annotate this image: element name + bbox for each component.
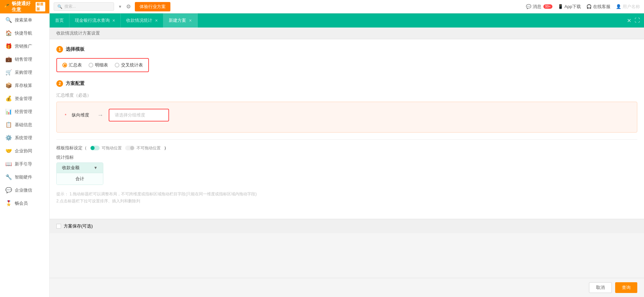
gear-icon: ⚙️ bbox=[5, 135, 12, 141]
topbar-right: 💬 消息 99+ 📱 App下载 🎧 在线客服 👤 用户名称 bbox=[526, 4, 640, 10]
template-options-box: 汇总表 明细表 交叉统计表 bbox=[56, 58, 149, 72]
chart-icon: 📊 bbox=[5, 108, 12, 115]
sidebar-item-label: 快捷导航 bbox=[15, 30, 32, 36]
tip1: 提示： 1.拖动标题栏可以调整布局，不可跨维度或指标区域拖动栏目字段(只能在同一… bbox=[56, 191, 637, 197]
tab-home[interactable]: 首页 bbox=[50, 13, 69, 28]
sidebar-item-member[interactable]: 🎖️ 畅会员 bbox=[0, 197, 49, 210]
tab-close-icon[interactable]: × bbox=[112, 18, 115, 23]
radio-summary-label: 汇总表 bbox=[69, 62, 82, 68]
section2-num: 2 bbox=[56, 80, 63, 87]
sidebar-item-purchase[interactable]: 🛒 采购管理 bbox=[0, 66, 49, 79]
maximize-icon[interactable]: ⛶ bbox=[635, 17, 640, 23]
save-option-bar: 方案保存(可选) bbox=[50, 219, 644, 233]
indicator-dropdown-icon[interactable]: ▼ bbox=[94, 165, 98, 170]
radio-cross-table[interactable]: 交叉统计表 bbox=[115, 62, 143, 68]
tabbar: 首页 现金银行流水查询 × 收款情况统计 × 新建方案 × ✕ ⛶ bbox=[50, 13, 644, 28]
draggable-toggle[interactable]: 可拖动位置 bbox=[90, 145, 122, 151]
sidebar-item-guide[interactable]: 📖 新手引导 bbox=[0, 157, 49, 170]
sidebar-item-hardware[interactable]: 🔧 智能硬件 bbox=[0, 170, 49, 184]
tab-label: 新建方案 bbox=[169, 17, 186, 23]
member-icon: 🎖️ bbox=[5, 200, 12, 206]
sidebar-item-label: 系统管理 bbox=[15, 135, 32, 141]
message-icon: 💬 bbox=[526, 4, 531, 9]
tabbar-controls: ✕ ⛶ bbox=[623, 13, 644, 28]
page-body: 1 选择模板 汇总表 明细表 交叉统计表 bbox=[50, 39, 644, 219]
section-divider bbox=[56, 139, 637, 140]
save-checkbox[interactable] bbox=[56, 224, 61, 229]
tab-label: 收款情况统计 bbox=[126, 17, 152, 23]
tips-section: 提示： 1.拖动标题栏可以调整布局，不可跨维度或指标区域拖动栏目字段(只能在同一… bbox=[56, 191, 637, 204]
sidebar-item-wechat[interactable]: 💬 企业微信 bbox=[0, 184, 49, 197]
sidebar-item-inventory[interactable]: 📦 库存核算 bbox=[0, 79, 49, 92]
cancel-button[interactable]: 取消 bbox=[589, 282, 612, 293]
clipboard-icon: 📋 bbox=[5, 121, 12, 128]
wechat-icon: 💬 bbox=[5, 187, 12, 193]
box-icon: 📦 bbox=[5, 82, 12, 89]
indicator-table-header[interactable]: 收款金额 ▼ bbox=[57, 163, 103, 173]
indicator-settings-label: 模板指标设定（ bbox=[56, 145, 87, 151]
page-content: 收款情况统计方案设置 1 选择模板 汇总表 明细表 bbox=[50, 28, 644, 278]
non-draggable-toggle[interactable]: 不可拖动位置 bbox=[125, 145, 161, 151]
sidebar-item-basic[interactable]: 📋 基础信息 bbox=[0, 118, 49, 131]
section1-title: 1 选择模板 bbox=[56, 46, 637, 53]
tab-close-icon[interactable]: × bbox=[155, 18, 158, 23]
template-section: 1 选择模板 汇总表 明细表 交叉统计表 bbox=[56, 46, 637, 72]
hardware-icon: 🔧 bbox=[5, 174, 12, 180]
sidebar-item-search[interactable]: 🔍 搜索菜单 bbox=[0, 13, 49, 27]
radio-detail-circle bbox=[89, 63, 93, 67]
query-button[interactable]: 查询 bbox=[615, 282, 637, 293]
section2-label: 方案配置 bbox=[66, 81, 85, 87]
download-icon: 📱 bbox=[558, 4, 563, 9]
dimension-selector[interactable]: 请选择分组维度 bbox=[109, 109, 169, 121]
tab-new-plan[interactable]: 新建方案 × bbox=[163, 13, 197, 28]
handshake-icon: 🤝 bbox=[5, 148, 12, 154]
sidebar-item-finance[interactable]: 💰 资金管理 bbox=[0, 92, 49, 105]
app-logo: 🍊 畅捷通好生意 标准版 bbox=[0, 0, 49, 13]
radio-detail-label: 明细表 bbox=[95, 62, 108, 68]
indicator-table-cell: 合计 bbox=[57, 173, 103, 185]
sidebar-item-label: 新手引导 bbox=[15, 161, 32, 167]
settings-icon[interactable]: ⚙ bbox=[126, 3, 131, 10]
indicator-paren-close: ） bbox=[164, 145, 168, 151]
sidebar-item-label: 资金管理 bbox=[15, 96, 32, 102]
gift-icon: 🎁 bbox=[5, 43, 12, 49]
tab-label: 首页 bbox=[55, 17, 64, 23]
sidebar-item-nav[interactable]: 🏠 快捷导航 bbox=[0, 27, 49, 40]
main-area: 🔍 搜索... ▼ ⚙ 体验行业方案 💬 消息 99+ 📱 App下载 🎧 在线… bbox=[50, 0, 644, 297]
message-button[interactable]: 💬 消息 99+ bbox=[526, 4, 552, 10]
industry-solution-button[interactable]: 体验行业方案 bbox=[135, 2, 170, 11]
sidebar-item-label: 搜索菜单 bbox=[15, 17, 32, 23]
radio-summary-table[interactable]: 汇总表 bbox=[62, 62, 82, 68]
search-dropdown-arrow[interactable]: ▼ bbox=[118, 4, 122, 9]
sidebar-item-label: 基础信息 bbox=[15, 122, 32, 128]
support-button[interactable]: 🎧 在线客服 bbox=[586, 4, 610, 10]
sidebar-item-sales[interactable]: 💼 销售管理 bbox=[0, 53, 49, 66]
sidebar-item-enterprise[interactable]: 🤝 企业协同 bbox=[0, 144, 49, 157]
radio-detail-table[interactable]: 明细表 bbox=[89, 62, 108, 68]
search-input[interactable]: 🔍 搜索... bbox=[54, 2, 114, 11]
sidebar-item-label: 经营管理 bbox=[15, 109, 32, 115]
indicator-table-area: 统计指标 收款金额 ▼ 合计 bbox=[56, 154, 637, 186]
user-menu[interactable]: 👤 用户名称 bbox=[616, 4, 640, 10]
sidebar-item-marketing[interactable]: 🎁 营销推广 bbox=[0, 40, 49, 53]
tab-close-icon[interactable]: × bbox=[189, 18, 192, 23]
sidebar-item-management[interactable]: 📊 经营管理 bbox=[0, 105, 49, 118]
tab-collection-stats[interactable]: 收款情况统计 × bbox=[121, 13, 163, 28]
indicator-label-row: 模板指标设定（ 可拖动位置 不可拖动位置 ） bbox=[56, 145, 637, 151]
sidebar-item-label: 智能硬件 bbox=[15, 174, 32, 180]
draggable-toggle-dot bbox=[90, 146, 100, 150]
sidebar-item-system[interactable]: ⚙️ 系统管理 bbox=[0, 131, 49, 144]
non-draggable-toggle-label: 不可拖动位置 bbox=[137, 145, 161, 151]
required-indicator: * bbox=[65, 113, 66, 118]
search-icon: 🔍 bbox=[5, 17, 12, 23]
download-button[interactable]: 📱 App下载 bbox=[558, 4, 581, 10]
indicator-header-label: 收款金额 bbox=[62, 165, 79, 171]
vertical-dimension-row: * 纵向维度 → 请选择分组维度 bbox=[65, 109, 629, 121]
sales-icon: 💼 bbox=[5, 56, 12, 62]
sidebar-item-label: 畅会员 bbox=[15, 200, 28, 206]
tab-bank-flow[interactable]: 现金银行流水查询 × bbox=[69, 13, 121, 28]
user-icon: 👤 bbox=[616, 4, 621, 9]
dimension-config: 汇总维度（必选） * 纵向维度 → 请选择分组维度 bbox=[56, 92, 637, 133]
dimension-area: * 纵向维度 → 请选择分组维度 bbox=[56, 102, 637, 133]
close-window-icon[interactable]: ✕ bbox=[627, 17, 631, 24]
